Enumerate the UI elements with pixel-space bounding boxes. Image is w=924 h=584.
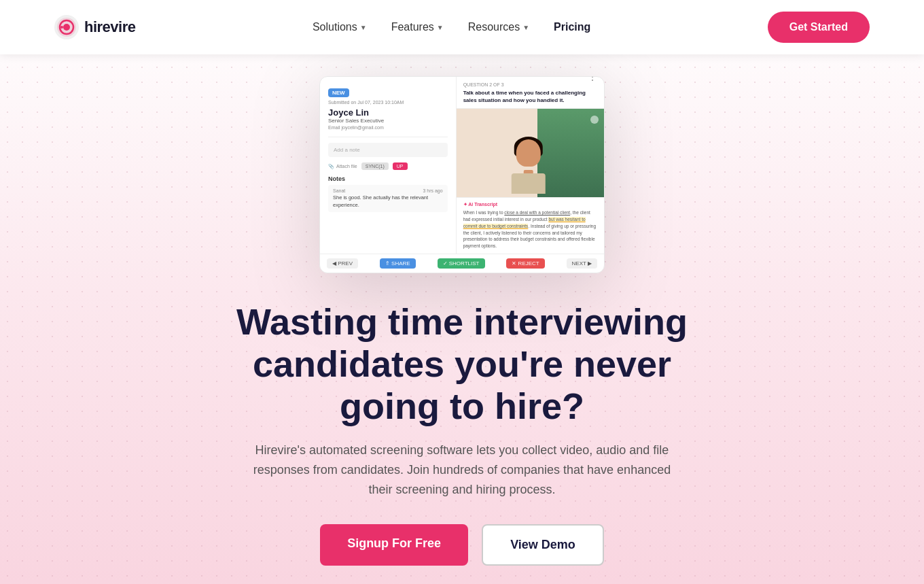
candidate-title: Senior Sales Executive [328, 118, 448, 124]
ai-transcript-text: When I was trying to close a deal with a… [463, 209, 597, 250]
paperclip-icon: 📎 [328, 164, 334, 169]
mockup-inner: NEW Submitted on Jul 07, 2023 10:10AM Jo… [320, 77, 604, 254]
note-meta: Sanat 3 hrs ago [333, 188, 443, 193]
candidate-badge: NEW [328, 88, 349, 97]
more-options-icon[interactable]: ⋮ [588, 76, 597, 82]
signup-button[interactable]: Signup For Free [320, 524, 468, 566]
logo-text: hirevire [84, 18, 136, 36]
logo-icon [54, 15, 79, 39]
chevron-down-icon: ▼ [437, 24, 444, 31]
svg-point-3 [63, 24, 70, 31]
hero-buttons: Signup For Free View Demo [320, 524, 604, 566]
notes-title: Notes [328, 175, 448, 182]
person-figure [510, 139, 547, 190]
attach-row: 📎 Attach file SYNC(1) UP [328, 162, 448, 170]
mockup-card: NEW Submitted on Jul 07, 2023 10:10AM Jo… [319, 76, 605, 273]
chevron-down-icon: ▼ [360, 24, 367, 31]
note-text: She is good. She actually has the releva… [333, 194, 443, 209]
add-note-field[interactable]: Add a note [328, 143, 448, 157]
candidate-email: Email joycelin@gmail.com [328, 125, 448, 130]
question-header: ⋮ QUESTION 2 OF 3 Talk about a time when… [457, 77, 604, 109]
video-preview [457, 109, 604, 197]
nav-link-solutions[interactable]: Solutions ▼ [313, 21, 367, 33]
svg-point-4 [60, 26, 63, 29]
candidate-panel: NEW Submitted on Jul 07, 2023 10:10AM Jo… [320, 77, 457, 254]
shortlist-button[interactable]: ✓ SHORTLIST [438, 258, 485, 269]
action-bar: ◀ PREV ⇑ SHARE ✓ SHORTLIST ✕ REJECT NEXT… [320, 254, 604, 273]
reject-button[interactable]: ✕ REJECT [506, 258, 544, 269]
view-demo-button[interactable]: View Demo [482, 524, 604, 566]
submitted-date: Submitted on Jul 07, 2023 10:10AM [328, 100, 448, 105]
person-head [516, 139, 541, 167]
share-button[interactable]: ⇑ SHARE [380, 258, 416, 269]
nav-item-resources[interactable]: Resources ▼ [468, 21, 529, 33]
question-number: QUESTION 2 OF 3 [463, 82, 597, 87]
app-mockup: NEW Submitted on Jul 07, 2023 10:10AM Jo… [319, 76, 605, 273]
nav-link-features[interactable]: Features ▼ [391, 21, 444, 33]
note-item: Sanat 3 hrs ago She is good. She actuall… [328, 185, 448, 212]
hero-content: NEW Submitted on Jul 07, 2023 10:10AM Jo… [0, 54, 924, 566]
ai-transcript-section: ✦ Ai Transcript When I was trying to clo… [457, 197, 604, 254]
prev-button[interactable]: ◀ PREV [327, 258, 358, 269]
next-button[interactable]: NEXT ▶ [567, 258, 597, 269]
nav-item-pricing[interactable]: Pricing [554, 21, 590, 33]
nav-link-pricing[interactable]: Pricing [554, 21, 590, 33]
candidate-name: Joyce Lin [328, 107, 448, 118]
nav-item-solutions[interactable]: Solutions ▼ [313, 21, 367, 33]
ai-transcript-label: ✦ Ai Transcript [463, 202, 597, 207]
get-started-button[interactable]: Get Started [768, 12, 870, 43]
note-time: 3 hrs ago [423, 188, 442, 193]
upload-button[interactable]: UP [393, 162, 408, 170]
chevron-down-icon: ▼ [522, 24, 529, 31]
note-author: Sanat [333, 188, 345, 193]
hero-section: NEW Submitted on Jul 07, 2023 10:10AM Jo… [0, 0, 924, 584]
question-text: Talk about a time when you faced a chall… [463, 89, 597, 104]
attach-label: 📎 Attach file [328, 164, 357, 169]
notes-section: Notes Sanat 3 hrs ago She is good. She a… [328, 175, 448, 212]
logo-link[interactable]: hirevire [54, 15, 136, 39]
nav-links: Solutions ▼ Features ▼ Resources ▼ Prici… [313, 21, 590, 33]
sync-button[interactable]: SYNC(1) [361, 162, 389, 170]
nav-item-features[interactable]: Features ▼ [391, 21, 444, 33]
person-body [512, 173, 546, 194]
hero-subtitle: Hirevire's automated screening software … [251, 441, 673, 499]
navbar: hirevire Solutions ▼ Features ▼ Resource… [0, 0, 924, 54]
hero-headline: Wasting time interviewing candidates you… [224, 300, 700, 427]
video-panel: ⋮ QUESTION 2 OF 3 Talk about a time when… [457, 77, 604, 254]
nav-link-resources[interactable]: Resources ▼ [468, 21, 529, 33]
divider [328, 137, 448, 137]
